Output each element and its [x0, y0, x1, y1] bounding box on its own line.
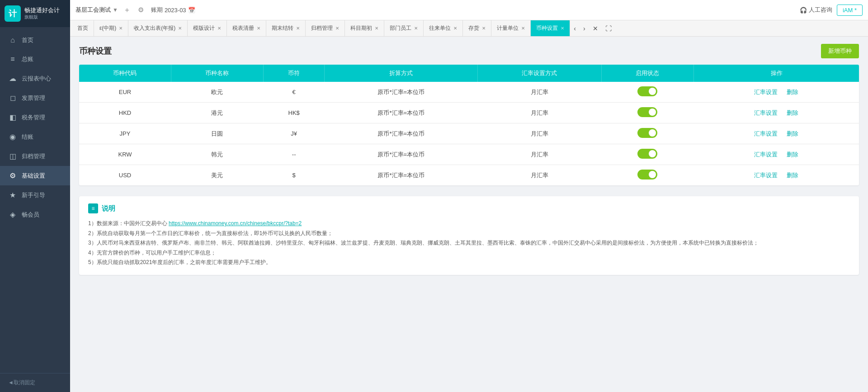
tab-period-transfer-close[interactable]: ✕ — [296, 26, 300, 31]
note-item-3: 4）无官方牌价的币种，可以用户手工维护汇率信息； — [88, 248, 850, 258]
tab-tax-table-close[interactable]: ✕ — [257, 26, 260, 31]
tab-tax-table[interactable]: 税表清册 ✕ — [227, 20, 266, 37]
col-name: 币种名称 — [171, 65, 263, 82]
tab-currency-label: 币种设置 — [536, 24, 558, 32]
delete-link-2[interactable]: 删除 — [787, 130, 798, 137]
cell-name-4: 美元 — [171, 165, 263, 186]
tab-template-close[interactable]: ✕ — [217, 26, 221, 31]
cell-rate-2: 月汇率 — [478, 123, 601, 144]
tab-interim-close[interactable]: ✕ — [119, 26, 123, 31]
main-area: 基层工会测试 ▼ ＋ ⚙ 账期 2023-03 📅 🎧 人工咨询 iAM * 首… — [70, 0, 868, 392]
toggle-enabled-0[interactable] — [637, 86, 657, 96]
tab-template[interactable]: 模版设计 ✕ — [188, 20, 227, 37]
headset-icon: 🎧 — [800, 7, 807, 14]
sidebar-item-closing[interactable]: ◉ 结账 — [0, 127, 70, 146]
notes-icon: ≡ — [88, 203, 98, 213]
rate-setting-link-4[interactable]: 汇率设置 — [754, 172, 778, 179]
tab-interim-label: ε(中期) — [99, 24, 116, 32]
sidebar-item-home[interactable]: ⌂ 首页 — [0, 31, 70, 50]
tab-dept-staff-label: 部门员工 — [390, 24, 411, 32]
tab-archive-mgmt[interactable]: 归档管理 ✕ — [306, 20, 345, 37]
delete-link-4[interactable]: 删除 — [787, 172, 798, 179]
tab-interim[interactable]: ε(中期) ✕ — [94, 20, 128, 37]
company-name[interactable]: 基层工会测试 ▼ — [75, 6, 118, 14]
account-button[interactable]: iAM * — [837, 5, 863, 16]
delete-link-3[interactable]: 删除 — [787, 151, 798, 158]
cell-name-2: 日圆 — [171, 123, 263, 144]
tab-subject-initial[interactable]: 科目期初 ✕ — [345, 20, 384, 37]
delete-link-0[interactable]: 删除 — [787, 89, 798, 95]
sidebar-label-invoice: 发票管理 — [22, 94, 45, 102]
col-symbol: 币符 — [263, 65, 324, 82]
tab-inventory[interactable]: 存货 ✕ — [463, 20, 491, 37]
cell-action-4: 汇率设置 删除 — [694, 165, 859, 186]
notes-link[interactable]: https://www.chinamoney.com.cn/chinese/bk… — [169, 220, 302, 227]
tab-close-all-button[interactable]: ✕ — [589, 20, 602, 37]
tab-dept-staff[interactable]: 部门员工 ✕ — [384, 20, 424, 37]
toggle-enabled-4[interactable] — [637, 170, 657, 179]
sidebar-item-member[interactable]: ◈ 畅会员 — [0, 205, 70, 224]
cell-rate-0: 月汇率 — [478, 82, 601, 103]
tab-currency[interactable]: 币种设置 ✕ — [531, 20, 570, 37]
tab-annual-close[interactable]: ✕ — [178, 26, 182, 31]
cell-status-2 — [601, 123, 693, 144]
cell-rate-4: 月汇率 — [478, 165, 601, 186]
cell-symbol-3: -- — [263, 144, 324, 165]
tax-icon: ◧ — [8, 113, 17, 122]
cell-calc-1: 原币*汇率=本位币 — [325, 103, 478, 123]
period-selector[interactable]: 账期 2023-03 📅 — [151, 6, 195, 14]
add-currency-button[interactable]: 新增币种 — [821, 44, 859, 58]
sidebar-item-guide[interactable]: ★ 新手引导 — [0, 185, 70, 205]
toggle-enabled-2[interactable] — [637, 128, 657, 138]
cell-status-1 — [601, 103, 693, 123]
tab-tax-table-label: 税表清册 — [232, 24, 254, 32]
cell-calc-4: 原币*汇率=本位币 — [325, 165, 478, 186]
pin-toggle[interactable]: ◄取消固定 — [0, 373, 70, 392]
toggle-enabled-3[interactable] — [637, 149, 657, 159]
tab-prev-button[interactable]: ‹ — [570, 20, 580, 37]
rate-setting-link-2[interactable]: 汇率设置 — [754, 130, 778, 137]
table-row: JPY 日圆 J¥ 原币*汇率=本位币 月汇率 汇率设置 删除 — [79, 123, 859, 144]
sidebar-item-invoice[interactable]: ◻ 发票管理 — [0, 88, 70, 108]
cell-code-1: HKD — [79, 103, 171, 123]
home-icon: ⌂ — [8, 36, 17, 44]
tab-home[interactable]: 首页 — [72, 20, 94, 37]
sidebar-label-guide: 新手引导 — [22, 191, 45, 199]
sidebar: 计 畅捷通好会计 旗舰版 ⌂ 首页 ≡ 总账 ☁ 云报表中心 ◻ 发票管理 ◧ … — [0, 0, 70, 392]
sidebar-item-tax[interactable]: ◧ 税务管理 — [0, 108, 70, 127]
tab-counterparty[interactable]: 往来单位 ✕ — [424, 20, 463, 37]
add-workspace-button[interactable]: ＋ — [122, 5, 132, 15]
delete-link-1[interactable]: 删除 — [787, 109, 798, 116]
sidebar-item-reports[interactable]: ☁ 云报表中心 — [0, 69, 70, 88]
tab-annual-report[interactable]: 收入支出表(年报) ✕ — [128, 20, 188, 37]
sidebar-item-archive[interactable]: ◫ 归档管理 — [0, 146, 70, 166]
cell-code-3: KRW — [79, 144, 171, 165]
currency-table: 币种代码 币种名称 币符 折算方式 汇率设置方式 启用状态 操作 EUR 欧元 … — [79, 65, 859, 185]
rate-setting-link-0[interactable]: 汇率设置 — [754, 89, 778, 95]
consult-button[interactable]: 🎧 人工咨询 — [800, 6, 832, 14]
sidebar-label-home: 首页 — [22, 36, 33, 44]
tab-unit-close[interactable]: ✕ — [521, 26, 525, 31]
tab-inventory-close[interactable]: ✕ — [482, 26, 486, 31]
app-logo: 计 畅捷通好会计 旗舰版 — [0, 0, 70, 27]
tab-currency-close[interactable]: ✕ — [561, 26, 564, 31]
calendar-icon: 📅 — [188, 7, 195, 14]
col-status: 启用状态 — [601, 65, 693, 82]
tab-archive-mgmt-close[interactable]: ✕ — [335, 26, 339, 31]
sidebar-item-basic[interactable]: ⚙ 基础设置 — [0, 166, 70, 185]
tab-subject-close[interactable]: ✕ — [375, 26, 378, 31]
ledger-icon: ≡ — [8, 55, 17, 63]
logo-icon: 计 — [5, 5, 21, 22]
rate-setting-link-1[interactable]: 汇率设置 — [754, 109, 778, 116]
tab-period-transfer[interactable]: 期末结转 ✕ — [266, 20, 306, 37]
tab-expand-button[interactable]: ⛶ — [602, 20, 615, 37]
cell-action-1: 汇率设置 删除 — [694, 103, 859, 123]
sidebar-item-ledger[interactable]: ≡ 总账 — [0, 50, 70, 69]
rate-setting-link-3[interactable]: 汇率设置 — [754, 151, 778, 158]
toggle-enabled-1[interactable] — [637, 107, 657, 117]
settings-button[interactable]: ⚙ — [136, 6, 146, 14]
tab-dept-close[interactable]: ✕ — [414, 26, 418, 31]
tab-next-button[interactable]: › — [580, 20, 589, 37]
tab-counterparty-close[interactable]: ✕ — [453, 26, 457, 31]
tab-unit[interactable]: 计量单位 ✕ — [491, 20, 531, 37]
